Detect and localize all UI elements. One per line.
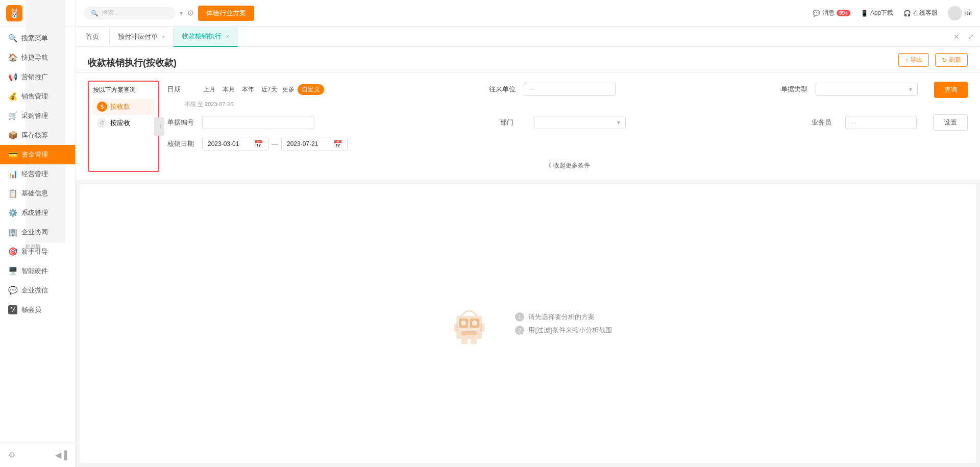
service-icon: 🎧 [903, 10, 911, 17]
doc-no-input[interactable] [202, 116, 314, 129]
online-service-btn[interactable]: 🎧 在线客服 [903, 9, 938, 17]
close-tab-icon[interactable]: ✕ [951, 32, 962, 42]
doc-type-select[interactable]: ▾ [816, 83, 918, 96]
calendar-start-icon: 📅 [254, 140, 263, 148]
date-last-month[interactable]: 上月 [201, 84, 217, 95]
search-icon: 🔍 [8, 34, 17, 43]
receipt-icon: $ [97, 102, 107, 112]
sidebar-item-member[interactable]: V 畅会员 [0, 300, 75, 319]
dept-select[interactable]: ▾ [534, 116, 626, 129]
tab-collection-close[interactable]: × [226, 33, 229, 39]
message-icon: 💬 [813, 10, 820, 17]
date-more[interactable]: 更多 [282, 85, 295, 94]
collapse-sidebar-icon[interactable]: ◀▐ [55, 450, 67, 460]
tab-home-label: 首页 [86, 32, 99, 41]
purchase-icon: 🛒 [8, 111, 17, 120]
hardware-icon: 🖥️ [8, 266, 17, 276]
collapse-more-btn[interactable]: 《 收起更多条件 [539, 159, 596, 172]
filter-panel-collapse-btn[interactable]: 《 [154, 117, 164, 136]
app-download-label: App下载 [870, 9, 893, 17]
sidebar-item-label: 搜索菜单 [21, 34, 48, 43]
sidebar-item-finance[interactable]: 💳 资金管理 [0, 145, 75, 164]
counterpart-input[interactable]: ··· [524, 83, 616, 96]
inventory-icon: 📦 [8, 131, 17, 140]
user-area[interactable]: Rit [948, 6, 972, 20]
svg-rect-8 [461, 339, 468, 344]
filter-option-by-receipt[interactable]: $ 按收款 [93, 99, 154, 115]
sidebar-item-hardware[interactable]: 🖥️ 智能硬件 [0, 261, 75, 281]
topbar-gear-icon[interactable]: ⚙ [187, 8, 194, 18]
refresh-btn[interactable]: ↻ 刷新 [935, 53, 968, 67]
maximize-icon[interactable]: ⤢ [966, 32, 976, 42]
industry-btn[interactable]: 体验行业方案 [198, 6, 254, 21]
system-icon: ⚙️ [8, 208, 17, 217]
tip-text-1: 请先选择要分析的方案 [528, 312, 595, 322]
filter-form: 日期 上月 本月 本年 近7天 更多 自定义 往来单位 ··· [167, 81, 968, 172]
export-btn[interactable]: ↑ 导出 [898, 53, 929, 67]
topbar-left: 🔍 搜索… ▾ ⚙ 体验行业方案 [84, 6, 806, 21]
sidebar-item-inventory[interactable]: 📦 库存核算 [0, 126, 75, 145]
sidebar-item-search[interactable]: 🔍 搜索菜单 [0, 29, 75, 48]
guide-icon: 🎯 [8, 247, 17, 256]
sidebar-item-label: 智能硬件 [21, 266, 48, 276]
tab-prepay[interactable]: 预付冲应付单 × [110, 27, 174, 47]
message-btn[interactable]: 💬 消息 99+ [813, 9, 850, 17]
date-custom[interactable]: 自定义 [298, 84, 324, 95]
date-this-year[interactable]: 本年 [240, 84, 256, 95]
date-this-month[interactable]: 本月 [220, 84, 237, 95]
tab-collection[interactable]: 收款核销执行 × [174, 27, 237, 47]
date-range: 2023-03-01 📅 — 2023-07-21 📅 [202, 137, 348, 151]
tip-num-1: 1 [515, 312, 524, 322]
svg-rect-3 [461, 331, 477, 335]
verify-date-end[interactable]: 2023-07-21 📅 [281, 137, 348, 151]
filter-option-by-receivable[interactable]: ⏱ 按应收 [93, 115, 154, 131]
sidebar-item-nav[interactable]: 🏠 快捷导航 [0, 48, 75, 67]
verify-date-start[interactable]: 2023-03-01 📅 [202, 137, 268, 151]
filter-option-label: 按收款 [110, 102, 130, 111]
query-btn[interactable]: 查询 [934, 82, 968, 98]
avatar [948, 6, 962, 20]
sidebar-item-label: 企业协同 [21, 228, 48, 237]
setting-btn-area: 设置 [933, 114, 968, 131]
content-area: 收款核销执行(按收款) ↑ 导出 ↻ 刷新 按以下方案查询 [76, 47, 980, 467]
chevron-up-icon: 《 [545, 161, 551, 170]
setting-btn[interactable]: 设置 [933, 114, 968, 131]
sidebar-item-marketing[interactable]: 📢 营销推广 [0, 67, 75, 87]
counterpart-label: 往来单位 [489, 85, 516, 94]
tip-text-2: 用[过滤]条件来缩小分析范围 [528, 326, 611, 335]
sidebar-item-label: 快捷导航 [21, 53, 48, 62]
tab-home[interactable]: 首页 [76, 27, 110, 47]
date-7days[interactable]: 近7天 [259, 84, 279, 95]
sidebar-item-purchase[interactable]: 🛒 采购管理 [0, 106, 75, 126]
sidebar-item-system[interactable]: ⚙️ 系统管理 [0, 203, 75, 223]
empty-tips: 1 请先选择要分析的方案 2 用[过滤]条件来缩小分析范围 [515, 312, 611, 335]
sidebar-item-label: 新手引导 [21, 247, 48, 256]
sidebar-item-operation[interactable]: 📊 经营管理 [0, 164, 75, 184]
app-download-btn[interactable]: 📱 App下载 [861, 9, 893, 17]
tab-prepay-label: 预付冲应付单 [118, 32, 158, 41]
page-header-actions: ↑ 导出 ↻ 刷新 [898, 53, 968, 72]
sidebar-item-wechat[interactable]: 💬 企业微信 [0, 281, 75, 300]
sidebar-item-label: 企业微信 [21, 286, 48, 295]
app-icon: 📱 [861, 10, 868, 17]
topbar-search-box[interactable]: 🔍 搜索… [84, 7, 176, 19]
settings-icon[interactable]: ⚙ [8, 450, 15, 460]
empty-tip-1: 1 请先选择要分析的方案 [515, 312, 611, 322]
tab-prepay-close[interactable]: × [162, 34, 165, 40]
empty-svg [444, 301, 495, 347]
staff-select[interactable]: ··· [845, 116, 917, 129]
sidebar-item-corp[interactable]: 🏢 企业协同 [0, 223, 75, 242]
receivable-icon: ⏱ [97, 118, 107, 128]
sidebar-item-guide[interactable]: 🎯 新手引导 [0, 242, 75, 261]
filter-area: 按以下方案查询 $ 按收款 ⏱ 按应收 《 日期 上月 本月 [76, 72, 980, 180]
filter-row-3: 核销日期 2023-03-01 📅 — 2023-07-21 📅 [167, 137, 968, 151]
doc-no-label: 单据编号 [167, 118, 194, 127]
topbar-chevron-icon[interactable]: ▾ [180, 10, 183, 17]
message-badge: 99+ [837, 10, 850, 16]
corp-icon: 🏢 [8, 228, 17, 237]
filter-option-label: 按应收 [110, 118, 130, 128]
sidebar-item-basic[interactable]: 📋 基础信息 [0, 184, 75, 203]
sidebar-item-label: 基础信息 [21, 189, 48, 198]
sidebar-item-sales[interactable]: 💰 销售管理 [0, 87, 75, 106]
svg-point-4 [461, 321, 466, 326]
